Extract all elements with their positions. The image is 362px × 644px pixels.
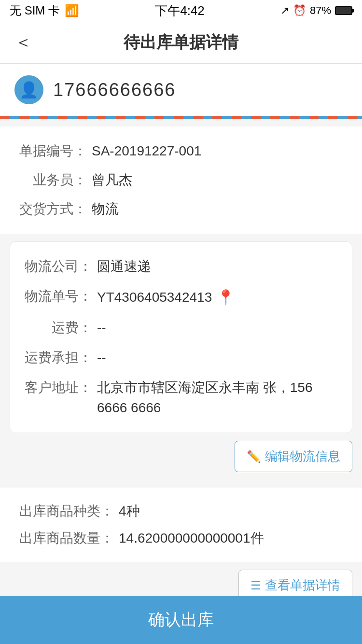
logistics-company-label: 物流公司： (25, 256, 92, 277)
location-service-icon: ↗ (280, 4, 289, 17)
avatar: 👤 (14, 75, 43, 104)
section-separator (0, 480, 362, 488)
edit-btn-row: ✏️ 编辑物流信息 (0, 441, 362, 472)
address-row: 客户地址： 北京市市辖区海淀区永丰南 张，156 6666 6666 (25, 378, 337, 418)
nav-bar: ＜ 待出库单据详情 (0, 21, 362, 64)
freight-bearer-label: 运费承担： (25, 348, 92, 368)
spacer-1 (0, 119, 362, 126)
edit-logistics-button[interactable]: ✏️ 编辑物流信息 (235, 441, 352, 472)
goods-types-label: 出库商品种类： (19, 502, 114, 520)
edit-icon: ✏️ (247, 450, 261, 463)
status-bar-left: 无 SIM 卡 📶 (10, 3, 79, 18)
goods-quantity-row: 出库商品数量： 14.620000000000001件 (19, 529, 343, 547)
battery-icon (335, 6, 352, 15)
salesman-row: 业务员： 曾凡杰 (19, 170, 343, 190)
address-label: 客户地址： (25, 378, 92, 398)
status-bar-time: 下午4:42 (155, 2, 205, 19)
avatar-icon: 👤 (19, 81, 39, 99)
back-button[interactable]: ＜ (14, 30, 32, 54)
freight-value: -- (97, 318, 337, 338)
wifi-icon: 📶 (65, 4, 79, 17)
salesman-label: 业务员： (19, 170, 87, 190)
doc-number-row: 单据编号： SA-20191227-001 (19, 141, 343, 161)
logistics-company-value: 圆通速递 (97, 256, 337, 277)
goods-types-value: 4种 (119, 502, 140, 520)
address-value: 北京市市辖区海淀区永丰南 张，156 6666 6666 (97, 378, 337, 418)
delivery-value: 物流 (92, 199, 343, 219)
customer-section: 👤 17666666666 (0, 64, 362, 116)
freight-bearer-value: -- (97, 348, 337, 368)
doc-number-value: SA-20191227-001 (92, 141, 343, 161)
carrier-text: 无 SIM 卡 (10, 3, 60, 18)
basic-info-block: 单据编号： SA-20191227-001 业务员： 曾凡杰 交货方式： 物流 (0, 126, 362, 234)
doc-number-label: 单据编号： (19, 141, 87, 161)
status-bar-right: ↗ ⏰ 87% (280, 4, 352, 17)
confirm-button[interactable]: 确认出库 (0, 596, 362, 644)
document-icon: ☰ (251, 579, 261, 592)
freight-row: 运费： -- (25, 318, 337, 338)
freight-label: 运费： (25, 318, 92, 338)
salesman-value: 曾凡杰 (92, 170, 343, 190)
page-title: 待出库单据详情 (124, 31, 238, 54)
view-detail-label: 查看单据详情 (265, 577, 340, 594)
status-bar: 无 SIM 卡 📶 下午4:42 ↗ ⏰ 87% (0, 0, 362, 21)
goods-quantity-label: 出库商品数量： (19, 529, 114, 547)
tracking-number-row: 物流单号： YT4306405342413 📍 (25, 286, 337, 308)
delivery-row: 交货方式： 物流 (19, 199, 343, 219)
freight-bearer-row: 运费承担： -- (25, 348, 337, 368)
goods-types-row: 出库商品种类： 4种 (19, 502, 343, 520)
content-area: 👤 17666666666 单据编号： SA-20191227-001 业务员：… (0, 64, 362, 644)
goods-quantity-value: 14.620000000000001件 (119, 529, 264, 547)
logistics-company-row: 物流公司： 圆通速递 (25, 256, 337, 277)
confirm-button-label: 确认出库 (148, 609, 214, 631)
edit-btn-label: 编辑物流信息 (265, 448, 340, 465)
battery-text: 87% (310, 4, 331, 17)
delivery-label: 交货方式： (19, 199, 87, 219)
tracking-number-label: 物流单号： (25, 286, 92, 307)
map-pin-icon[interactable]: 📍 (217, 286, 235, 308)
alarm-icon: ⏰ (293, 4, 306, 17)
logistics-card: 物流公司： 圆通速递 物流单号： YT4306405342413 📍 运费： -… (10, 241, 352, 433)
tracking-number-value: YT4306405342413 📍 (97, 286, 337, 308)
goods-info-block: 出库商品种类： 4种 出库商品数量： 14.620000000000001件 (0, 488, 362, 562)
customer-phone: 17666666666 (53, 80, 176, 100)
